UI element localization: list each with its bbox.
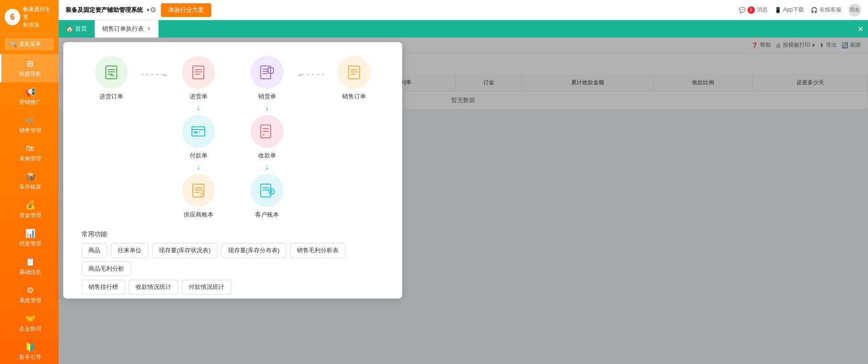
message-icon: 💬 [739,7,746,13]
tabbar-close-wrap: ✕ [857,20,863,38]
inventory-icon: 📦 [25,172,35,182]
header: 装备及固定资产辅助管理系统 ▾ ⚙ 体验行业方案 💬 5 消息 📱 App下载 … [59,0,868,20]
fn-btn-payment-stats[interactable]: 付款情况统计 [182,280,231,294]
flow-node-sales-order[interactable]: 销售订单 [324,56,384,101]
sidebar-item-finance[interactable]: 💰 资金管理 [0,196,59,224]
online-service-btn[interactable]: 🎧 在线客服 [811,6,841,14]
fn-btn-sales-rank[interactable]: 销售排行榜 [82,280,125,294]
sidebar-nav: ⊞ 快捷导航 📢 营销推广 🛒 销售管理 🛍 采购管理 📦 库存核算 💰 资金管… [0,54,59,364]
search-icon: 🔍 [10,41,17,48]
svg-text:¥: ¥ [198,130,201,134]
sidebar-item-basic-info[interactable]: 📋 基础信息 [0,252,59,281]
sidebar-item-operations[interactable]: 📊 经营管理 [0,224,59,252]
sales-bill-circle [251,56,284,89]
receipt-bill-circle: ¥ [251,115,284,148]
svg-rect-29 [200,191,204,196]
flow-node-purchase-order[interactable]: 进货订单 [82,56,141,101]
message-btn[interactable]: 💬 5 消息 [739,6,768,14]
sidebar-item-quick-nav[interactable]: ⊞ 快捷导航 [0,54,59,82]
purchase-icon: 🛍 [26,144,34,153]
tab-close-icon[interactable]: × [147,26,151,32]
svg-text:¥: ¥ [262,132,265,137]
app-logo-text: 畅康通好生意 标准版 [23,5,54,28]
sidebar-search[interactable]: 🔍 搜索菜单 [5,38,54,50]
enterprise-icon: 🤝 [25,314,35,324]
common-functions: 常用功能 商品 往来单位 现存量(库存状况表) 现存量(库存分布表) 销售毛利分… [63,230,402,299]
download-icon: 📱 [775,7,781,13]
home-icon: 🏠 [66,26,73,33]
customer-account-circle [251,174,284,207]
tabbar: 🏠 首页 销售订单执行表 × ✕ [59,20,868,38]
modal-overlay: 进货订单 ► 进货单 [59,38,868,364]
operations-icon: 📊 [25,228,35,239]
flow-modal: 进货订单 ► 进货单 [63,42,402,299]
purchase-bill-circle [182,56,215,89]
app-logo-icon: 6 [5,9,20,25]
tab-home[interactable]: 🏠 首页 [59,20,95,38]
system-name: 装备及固定资产辅助管理系统 [66,6,143,14]
sidebar-logo: 6 畅康通好生意 标准版 [0,0,59,34]
fn-btn-product[interactable]: 商品 [82,243,107,258]
sales-order-circle [338,56,371,89]
function-buttons-group: 商品 往来单位 现存量(库存状况表) 现存量(库存分布表) 销售毛利分析表 商品… [82,243,384,276]
flow-node-customer-account[interactable]: 客户账本 [237,174,297,219]
guide-icon: 🔰 [25,342,35,352]
settings-icon[interactable]: ⚙ [150,5,156,14]
tab-sales-order-exec[interactable]: 销售订单执行表 × [95,20,158,38]
flow-node-supplier-account[interactable]: 供应商账本 [169,174,228,219]
supplier-account-circle [182,174,215,207]
header-actions: 💬 5 消息 📱 App下载 🎧 在线客服 用友 [739,4,861,16]
app-download-btn[interactable]: 📱 App下载 [775,6,804,14]
fn-btn-stock-status[interactable]: 现存量(库存状况表) [152,243,218,258]
fn-btn-contacts[interactable]: 往来单位 [111,243,148,258]
flow-area: 进货订单 ► 进货单 [63,42,402,230]
sidebar: 6 畅康通好生意 标准版 🔍 搜索菜单 ⊞ 快捷导航 📢 营销推广 🛒 销售管理… [0,0,59,364]
sales-icon: 🛒 [25,115,35,125]
sidebar-item-sales[interactable]: 🛒 销售管理 [0,111,59,139]
message-badge: 5 [748,6,755,14]
sidebar-item-marketing[interactable]: 📢 营销推广 [0,82,59,111]
experience-btn[interactable]: 体验行业方案 [161,3,211,17]
sidebar-item-enterprise[interactable]: 🤝 企业协同 [0,309,59,337]
fn-btn-product-margin[interactable]: 商品毛利分析 [82,261,131,276]
payment-bill-circle: ¥ [182,115,215,148]
finance-icon: 💰 [25,200,35,210]
headset-icon: 🎧 [811,7,818,13]
sidebar-item-purchase[interactable]: 🛍 采购管理 [0,139,59,167]
flow-node-purchase-bill[interactable]: 进货单 [169,56,228,101]
svg-rect-19 [194,131,197,133]
marketing-icon: 📢 [25,87,35,97]
fn-btn-receipt-stats[interactable]: 收款情况统计 [129,280,178,294]
quick-nav-icon: ⊞ [27,59,33,69]
purchase-order-circle [95,56,128,89]
flow-node-payment-bill[interactable]: ¥ 付款单 [169,115,228,160]
user-menu[interactable]: 用友 [848,4,861,16]
function-buttons-group2: 销售排行榜 收款情况统计 付款情况统计 [82,280,384,294]
fn-btn-sales-margin[interactable]: 销售毛利分析表 [290,243,345,258]
flow-node-sales-bill[interactable]: 销货单 [237,56,297,101]
sidebar-item-guide[interactable]: 🔰 新手引导 [0,337,59,364]
system-dropdown[interactable]: ▾ [147,6,150,13]
tabbar-close-btn[interactable]: ✕ [857,25,863,33]
basic-info-icon: 📋 [25,257,35,267]
avatar: 用友 [848,4,861,16]
sidebar-item-system[interactable]: ⚙ 系统管理 [0,281,59,309]
common-functions-title: 常用功能 [82,230,384,239]
chevron-down-icon: ▾ [147,6,150,13]
fn-btn-stock-dist[interactable]: 现存量(库存分布表) [221,243,287,258]
sidebar-item-inventory[interactable]: 📦 库存核算 [0,167,59,196]
flow-node-receipt-bill[interactable]: ¥ 收款单 [237,115,297,160]
system-icon: ⚙ [27,285,34,295]
